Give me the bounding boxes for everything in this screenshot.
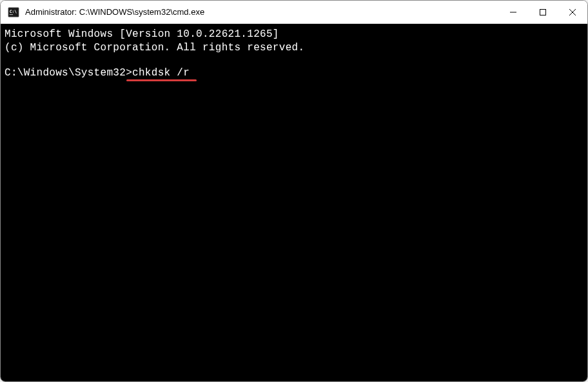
svg-text:C:\: C:\ bbox=[10, 8, 17, 13]
minimize-button[interactable] bbox=[498, 1, 528, 23]
cmd-icon: C:\ bbox=[7, 6, 20, 19]
svg-rect-4 bbox=[540, 9, 546, 15]
terminal-prompt-line: C:\Windows\System32>chkdsk /r bbox=[5, 66, 583, 106]
titlebar[interactable]: C:\ Administrator: C:\WINDOWS\system32\c… bbox=[1, 1, 587, 24]
terminal-output-line: Microsoft Windows [Version 10.0.22621.12… bbox=[5, 28, 583, 41]
maximize-button[interactable] bbox=[528, 1, 558, 23]
terminal-output-line: (c) Microsoft Corporation. All rights re… bbox=[5, 41, 583, 55]
terminal-command: chkdsk /r bbox=[132, 67, 190, 79]
annotation-underline bbox=[126, 79, 197, 81]
terminal-area[interactable]: Microsoft Windows [Version 10.0.22621.12… bbox=[1, 24, 587, 381]
window-controls bbox=[498, 1, 587, 23]
window-title: Administrator: C:\WINDOWS\system32\cmd.e… bbox=[25, 7, 498, 17]
close-button[interactable] bbox=[558, 1, 587, 23]
terminal-prompt: C:\Windows\System32> bbox=[5, 67, 132, 79]
window-frame: C:\ Administrator: C:\WINDOWS\system32\c… bbox=[0, 0, 588, 382]
